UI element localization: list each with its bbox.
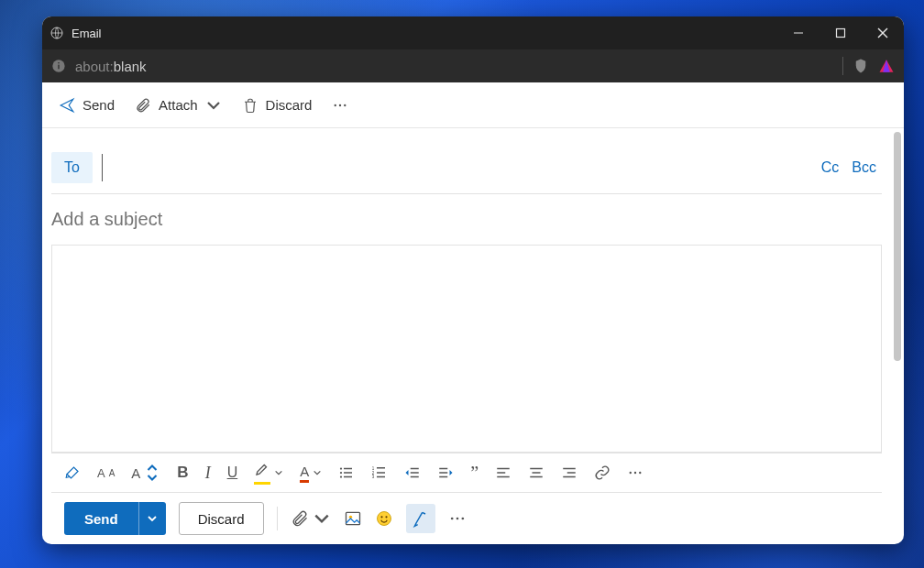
- svg-rect-35: [533, 472, 541, 474]
- scrollbar-thumb[interactable]: [894, 132, 901, 361]
- trash-icon: [242, 97, 258, 114]
- to-button[interactable]: To: [51, 152, 93, 183]
- svg-point-11: [339, 104, 341, 105]
- align-right-button[interactable]: [561, 464, 578, 481]
- font-color-button[interactable]: A: [300, 464, 322, 483]
- address-bar[interactable]: about:blank: [42, 49, 904, 82]
- send-button-top[interactable]: Send: [51, 92, 122, 119]
- brave-rewards-icon[interactable]: [878, 58, 895, 74]
- align-center-button[interactable]: [528, 464, 544, 481]
- svg-rect-18: [344, 476, 352, 478]
- discard-button-top[interactable]: Discard: [235, 92, 320, 119]
- send-split-button: Send: [64, 502, 166, 535]
- highlight-button[interactable]: [254, 461, 283, 485]
- italic-button[interactable]: I: [205, 464, 211, 483]
- bcc-button[interactable]: Bcc: [852, 159, 876, 176]
- svg-point-46: [380, 516, 382, 518]
- attach-icon: [291, 509, 309, 528]
- message-body[interactable]: [51, 246, 882, 453]
- quote-button[interactable]: ”: [470, 468, 478, 477]
- svg-rect-36: [530, 476, 543, 478]
- svg-rect-38: [567, 472, 576, 474]
- align-left-button[interactable]: [495, 464, 512, 481]
- svg-rect-14: [344, 468, 352, 470]
- chevron-down-icon: [313, 509, 331, 528]
- window-title: Email: [72, 27, 102, 40]
- image-icon: [344, 509, 362, 528]
- svg-rect-37: [563, 468, 576, 470]
- bottom-more-button[interactable]: [448, 509, 467, 528]
- scrollbar[interactable]: [891, 128, 904, 544]
- insert-image-button[interactable]: [344, 509, 362, 528]
- subject-input[interactable]: [51, 209, 882, 230]
- svg-rect-34: [530, 468, 543, 470]
- svg-rect-39: [563, 476, 576, 478]
- indent-button[interactable]: [437, 464, 454, 481]
- format-painter-button[interactable]: [64, 464, 81, 481]
- svg-rect-27: [411, 476, 419, 478]
- content-area: To Cc Bcc AA A B I U: [42, 128, 904, 544]
- bullet-list-button[interactable]: [338, 464, 355, 481]
- svg-point-13: [340, 467, 342, 469]
- svg-rect-32: [497, 472, 505, 474]
- numbered-list-button[interactable]: 123: [371, 464, 388, 481]
- send-button[interactable]: Send: [64, 502, 138, 535]
- discard-button[interactable]: Discard: [179, 502, 264, 535]
- svg-rect-20: [377, 467, 385, 469]
- svg-point-45: [377, 512, 390, 526]
- action-bar: Send Discard: [51, 493, 882, 544]
- chevron-down-icon: [205, 97, 222, 114]
- underline-button[interactable]: U: [227, 464, 238, 481]
- separator: [842, 57, 843, 75]
- more-button[interactable]: [324, 92, 356, 119]
- svg-rect-31: [497, 468, 510, 470]
- send-icon: [59, 97, 75, 114]
- svg-rect-2: [837, 29, 845, 38]
- more-icon: [332, 97, 348, 114]
- cc-button[interactable]: Cc: [821, 159, 840, 176]
- outdent-button[interactable]: [404, 464, 421, 481]
- site-info-icon[interactable]: [51, 59, 66, 73]
- brave-shield-icon[interactable]: [852, 58, 869, 74]
- close-button[interactable]: [862, 16, 904, 49]
- minimize-button[interactable]: [777, 16, 820, 49]
- svg-point-49: [456, 518, 458, 520]
- to-row: To Cc Bcc: [51, 141, 882, 194]
- svg-point-17: [340, 475, 342, 477]
- send-label: Send: [82, 97, 115, 113]
- maximize-button[interactable]: [820, 16, 862, 49]
- link-button[interactable]: [594, 464, 610, 481]
- attach-button-bottom[interactable]: [291, 509, 331, 528]
- svg-rect-22: [377, 472, 385, 474]
- svg-rect-6: [58, 65, 59, 70]
- toggle-editor-button[interactable]: [406, 504, 435, 533]
- url-text: about:blank: [75, 59, 147, 74]
- svg-point-40: [630, 472, 632, 474]
- globe-icon: [50, 26, 64, 40]
- svg-point-47: [385, 516, 387, 518]
- to-input[interactable]: [102, 154, 812, 181]
- svg-rect-16: [344, 472, 352, 474]
- subject-row: [51, 194, 882, 246]
- editor-icon: [412, 509, 430, 528]
- attach-icon: [135, 97, 151, 114]
- emoji-button[interactable]: [375, 509, 393, 528]
- send-options-button[interactable]: [138, 502, 166, 535]
- font-size-button[interactable]: A: [131, 464, 160, 481]
- svg-point-48: [450, 518, 453, 520]
- svg-point-12: [344, 104, 346, 105]
- svg-rect-29: [439, 472, 447, 474]
- svg-text:3: 3: [372, 475, 375, 479]
- svg-rect-26: [411, 472, 419, 474]
- bold-button[interactable]: B: [177, 464, 188, 482]
- format-more-button[interactable]: [627, 464, 644, 481]
- svg-point-15: [340, 472, 342, 474]
- font-button[interactable]: AA: [97, 466, 115, 480]
- svg-rect-24: [377, 476, 385, 478]
- compose-toolbar: Send Attach Discard: [42, 82, 904, 128]
- more-icon: [448, 509, 467, 528]
- svg-rect-7: [58, 62, 59, 63]
- svg-point-10: [335, 104, 336, 105]
- compose-form: To Cc Bcc AA A B I U: [42, 128, 891, 544]
- attach-button[interactable]: Attach: [127, 92, 229, 119]
